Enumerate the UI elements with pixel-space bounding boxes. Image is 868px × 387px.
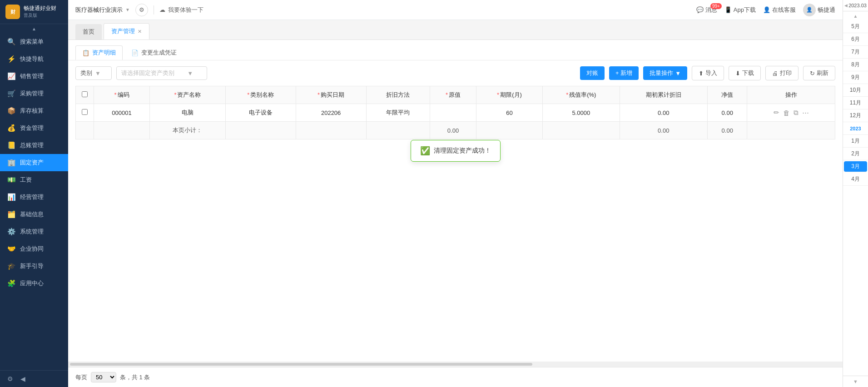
toolbar-left: 类别 ▼ 请选择固定资产类别 ▼ xyxy=(75,66,207,80)
apps-icon: 🧩 xyxy=(7,279,15,288)
calendar-panel: ◀ 2023.03 ▲ 5月6月7月8月9月10月11月12月20231月2月3… xyxy=(843,0,868,387)
settings-button[interactable]: ⚙ xyxy=(135,4,148,16)
sidebar-item-basic[interactable]: 🗂️基础信息 xyxy=(0,206,68,223)
category-input[interactable]: 请选择固定资产类别 ▼ xyxy=(116,66,207,80)
calendar-month-7月[interactable]: 7月 xyxy=(843,46,868,59)
col-header-原值: *原值 xyxy=(430,86,476,104)
calendar-expand-icon[interactable]: ◀ xyxy=(844,3,848,8)
horizontal-scrollbar[interactable] xyxy=(68,362,843,367)
refresh-button[interactable]: ↻ 刷新 xyxy=(803,66,835,80)
calendar-month-2023[interactable]: 2023 xyxy=(843,122,868,135)
calendar-month-3月[interactable]: 3月 xyxy=(844,161,867,172)
calendar-month-12月[interactable]: 12月 xyxy=(843,109,868,122)
message-badge: 99+ xyxy=(710,3,722,9)
sidebar-bottom: ⚙ ◀ xyxy=(0,370,68,387)
sidebar-label-guide: 新手引导 xyxy=(20,262,44,270)
tab-label: 首页 xyxy=(83,28,94,36)
app-download-button[interactable]: 📱 App下载 xyxy=(724,6,756,14)
sidebar-label-apps: 应用中心 xyxy=(20,279,44,288)
user-menu[interactable]: 👤 畅捷通 xyxy=(803,4,835,16)
sub-tab-资产明细[interactable]: 📋资产明细 xyxy=(75,45,123,60)
sub-tab-变更生成凭证[interactable]: 📄变更生成凭证 xyxy=(124,45,184,60)
logo-icon: 财 xyxy=(5,5,20,19)
company-selector[interactable]: 医疗器械行业演示 ▼ xyxy=(75,6,130,14)
sidebar-item-guide[interactable]: 🎓新手引导 xyxy=(0,258,68,275)
sidebar-item-inventory[interactable]: 📦库存核算 xyxy=(0,102,68,119)
calendar-title: 2023.03 xyxy=(848,3,867,8)
calendar-scroll-down[interactable]: ▼ xyxy=(843,376,868,387)
sidebar-item-operations[interactable]: 📊经营管理 xyxy=(0,189,68,206)
calendar-month-6月[interactable]: 6月 xyxy=(843,33,868,46)
calendar-month-5月[interactable]: 5月 xyxy=(843,20,868,33)
calendar-month-9月[interactable]: 9月 xyxy=(843,71,868,84)
delete-icon[interactable]: 🗑 xyxy=(783,109,790,117)
row-actions: ✏ 🗑 ⧉ ⋯ xyxy=(751,109,831,117)
toolbar: 类别 ▼ 请选择固定资产类别 ▼ 对账 + 新增 批量操作 ▼ ⬆ 导入 ⬇ 下… xyxy=(68,60,843,86)
import-button[interactable]: ⬆ 导入 xyxy=(692,66,724,80)
sidebar-item-search[interactable]: 🔍搜索菜单 xyxy=(0,33,68,50)
category-filter[interactable]: 类别 ▼ xyxy=(75,66,112,80)
row-checkbox[interactable] xyxy=(82,109,88,115)
table-wrapper: *编码*资产名称*类别名称*购买日期折旧方法*原值*期限(月)*残值率(%)期初… xyxy=(68,86,843,362)
sidebar-label-fixed: 固定资产 xyxy=(20,159,44,167)
import-icon: ⬆ xyxy=(699,70,704,77)
subtotal-row: 本页小计：0.000.000.00 xyxy=(76,122,835,139)
select-all-checkbox[interactable] xyxy=(82,91,88,97)
tab-资产管理[interactable]: 资产管理✕ xyxy=(104,23,149,40)
sidebar-label-operations: 经营管理 xyxy=(20,193,44,201)
page-content: 📋资产明细📄变更生成凭证 类别 ▼ 请选择固定资产类别 ▼ 对账 + 新增 批量… xyxy=(68,40,843,387)
calendar-month-11月[interactable]: 11月 xyxy=(843,97,868,109)
sidebar-item-quicknav[interactable]: ⚡快捷导航 xyxy=(0,50,68,68)
sidebar-label-quicknav: 快捷导航 xyxy=(20,55,44,63)
edit-icon[interactable]: ✏ xyxy=(774,109,779,117)
sidebar-item-fixed[interactable]: 🏢固定资产 xyxy=(0,154,68,171)
basic-icon: 🗂️ xyxy=(7,210,15,218)
settings-icon[interactable]: ⚙ xyxy=(7,375,13,382)
sidebar-item-funds[interactable]: 💰资金管理 xyxy=(0,119,68,137)
calendar-month-2月[interactable]: 2月 xyxy=(843,148,868,160)
sidebar-label-funds: 资金管理 xyxy=(20,124,44,132)
calendar-month-1月[interactable]: 1月 xyxy=(843,135,868,148)
experience-button[interactable]: ☁ 我要体验一下 xyxy=(159,6,203,14)
new-button[interactable]: + 新增 xyxy=(609,66,639,80)
company-arrow-icon: ▼ xyxy=(125,7,130,12)
calendar-scroll-up[interactable]: ▲ xyxy=(843,11,868,20)
quicknav-icon: ⚡ xyxy=(7,55,15,63)
guide-icon: 🎓 xyxy=(7,262,15,270)
online-service-button[interactable]: 👤 在线客服 xyxy=(763,6,796,14)
message-button[interactable]: 💬 消息 99+ xyxy=(696,6,717,14)
pagination: 每页 50 100 条，共 1 条 xyxy=(68,367,843,387)
sidebar-item-sales[interactable]: 📈销售管理 xyxy=(0,68,68,85)
total-label: 条，共 1 条 xyxy=(120,373,150,382)
sidebar-label-purchase: 采购管理 xyxy=(20,89,44,98)
sidebar-item-purchase[interactable]: 🛒采购管理 xyxy=(0,85,68,102)
calendar-month-8月[interactable]: 8月 xyxy=(843,59,868,71)
collapse-icon[interactable]: ◀ xyxy=(20,375,25,382)
more-icon[interactable]: ⋯ xyxy=(802,109,809,117)
per-page-select[interactable]: 50 100 xyxy=(91,372,116,382)
sidebar-scroll-up[interactable]: ▲ xyxy=(0,24,68,33)
sidebar-item-apps[interactable]: 🧩应用中心 xyxy=(0,275,68,292)
calendar-month-10月[interactable]: 10月 xyxy=(843,84,868,97)
calendar-header: ◀ 2023.03 xyxy=(843,0,868,11)
avatar: 👤 xyxy=(803,4,816,16)
scrollbar-thumb xyxy=(70,363,532,366)
sub-tabs: 📋资产明细📄变更生成凭证 xyxy=(68,40,843,60)
batch-button[interactable]: 批量操作 ▼ xyxy=(643,66,687,80)
sidebar-item-ledger[interactable]: 📒总账管理 xyxy=(0,137,68,154)
calendar-month-4月[interactable]: 4月 xyxy=(843,173,868,186)
batch-arrow-icon: ▼ xyxy=(675,70,681,77)
download-button[interactable]: ⬇ 下载 xyxy=(729,66,761,80)
sidebar-item-payroll[interactable]: 💵工资 xyxy=(0,171,68,189)
calendar-items: 5月6月7月8月9月10月11月12月20231月2月3月4月 xyxy=(843,20,868,376)
tab-首页[interactable]: 首页 xyxy=(75,24,102,40)
copy-icon[interactable]: ⧉ xyxy=(794,109,799,117)
sidebar-item-system[interactable]: ⚙️系统管理 xyxy=(0,223,68,240)
tab-close-icon[interactable]: ✕ xyxy=(138,29,142,35)
print-button[interactable]: 🖨 打印 xyxy=(765,66,799,80)
reconcile-button[interactable]: 对账 xyxy=(580,66,605,80)
sidebar-item-partner[interactable]: 🤝企业协同 xyxy=(0,240,68,258)
col-header-期初累计折旧: 期初累计折旧 xyxy=(620,86,707,104)
assets-table: *编码*资产名称*类别名称*购买日期折旧方法*原值*期限(月)*残值率(%)期初… xyxy=(75,86,835,139)
print-icon: 🖨 xyxy=(772,70,778,77)
